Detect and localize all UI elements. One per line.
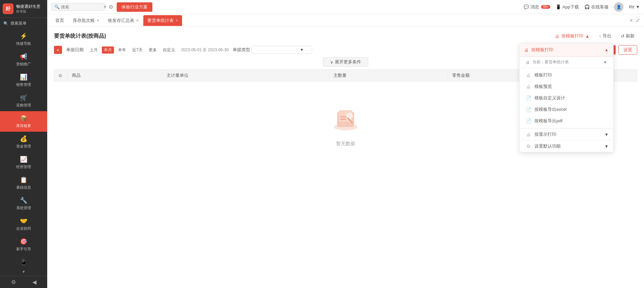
sidebar-item-basic-info[interactable]: 📋 基础信息: [0, 173, 47, 193]
dropdown-item-export-pdf[interactable]: 📄 按模板导出pdf: [520, 115, 613, 127]
message-btn[interactable]: 💬 消息 99+: [524, 4, 550, 10]
template-print-label: 模板打印: [534, 72, 552, 78]
filter-order-type-label: 单据类型: [233, 47, 250, 53]
dropdown-header-icon: 🖨: [524, 47, 529, 53]
message-icon: 💬: [524, 4, 529, 9]
user-dropdown-icon: ▼: [636, 4, 640, 9]
sidebar-item-purchase[interactable]: 🛒 采购管理: [0, 91, 47, 111]
template-print-icon: 🖨: [526, 72, 531, 78]
tab-inventory-batch[interactable]: 库存批次账 ×: [69, 15, 103, 26]
system-label: 系统管理: [16, 205, 31, 211]
dropdown-header[interactable]: 🖨 按模板打印 ▲: [520, 43, 613, 57]
dropdown-group-display-print[interactable]: 🖨 按显示打印 ▼: [520, 128, 613, 140]
message-badge: 99+: [541, 5, 550, 9]
app-download-btn[interactable]: 📱 App下载: [556, 4, 579, 10]
enterprise-icon: 🤝: [20, 217, 27, 225]
filter-date-this-month[interactable]: 本月: [102, 46, 114, 54]
filter-date-custom[interactable]: 自定义: [161, 46, 177, 54]
sidebar-item-quick-nav[interactable]: ⚡ 快捷导航: [0, 29, 47, 50]
dropdown-item-template-custom[interactable]: 📄 模板自定义设计: [520, 92, 613, 104]
tab-receipt-summary-label: 收发存汇总表: [108, 18, 134, 24]
filter-date-7days[interactable]: 近7天: [130, 46, 145, 54]
tab-inventory-batch-close[interactable]: ×: [97, 18, 99, 23]
tab-maximize-icon[interactable]: ⤢: [636, 17, 640, 24]
refresh-btn[interactable]: ↺ 刷新: [618, 32, 637, 40]
topbar-search-dropdown-icon[interactable]: ▼: [103, 4, 107, 9]
tab-receipt-summary-close[interactable]: ×: [136, 18, 139, 23]
current-template-left: 🖨 当前：要货单统计表: [526, 59, 569, 65]
display-print-icon: 🖨: [526, 132, 531, 137]
expand-more-btn[interactable]: ∨ 展开更多条件: [323, 57, 368, 67]
sidebar-item-guide[interactable]: 🎯 新手引导: [0, 234, 47, 255]
export-excel-label: 按模板导出excel: [534, 106, 566, 113]
display-print-label: 按显示打印: [534, 131, 556, 137]
tab-inventory-batch-label: 库存批次账: [73, 18, 95, 24]
topbar-right: 💬 消息 99+ 📱 App下载 🎧 在线客服 👤 Rit ▼: [524, 2, 640, 12]
export-icon: ↑: [599, 34, 602, 39]
tab-window-close-icon[interactable]: ×: [630, 18, 633, 24]
finance-label: 资金管理: [16, 144, 31, 149]
filter-date-this-year[interactable]: 本年: [116, 46, 128, 54]
current-template-chevron: ▼: [603, 60, 607, 65]
print-template-chevron-up: ▲: [585, 34, 590, 39]
online-service-label: 在线客服: [591, 4, 609, 10]
avatar[interactable]: 👤: [614, 2, 623, 12]
filter-date-last-month[interactable]: 上月: [88, 46, 100, 54]
dropdown-item-template-preview[interactable]: 🖨 模板预览: [520, 81, 613, 92]
user-name-text: Rit: [629, 4, 634, 9]
app-logo: 好 畅捷通好生意 标准版: [0, 0, 47, 18]
enterprise-label: 企业协同: [16, 226, 31, 231]
table-column-settings-icon[interactable]: ⚙: [58, 73, 62, 78]
topbar-search-input[interactable]: [61, 5, 101, 9]
filter-order-type-select[interactable]: ▼: [252, 46, 312, 54]
col-quantity: 主数量: [329, 70, 448, 82]
app-center-label: 应用中心: [16, 267, 31, 268]
dropdown-item-template-print[interactable]: 🖨 模板打印: [520, 69, 613, 81]
tab-order-stats-close[interactable]: ×: [176, 18, 178, 23]
sidebar-search-label: 搜索菜单: [10, 21, 27, 26]
settings-btn[interactable]: 设置: [618, 45, 637, 55]
template-preview-icon: 🖨: [526, 84, 531, 89]
topbar: 🔍 ▼ ⚙ 体验行业方案 💬 消息 99+ 📱 App下载 🎧 在线客服 👤: [47, 0, 644, 14]
settings-icon[interactable]: ⚙: [11, 279, 16, 285]
sidebar-item-marketing[interactable]: 📢 营销推广: [0, 50, 47, 70]
tab-home[interactable]: 首页: [51, 15, 68, 26]
sidebar-collapse-icon[interactable]: ◀: [32, 279, 36, 285]
online-service-btn[interactable]: 🎧 在线客服: [584, 4, 609, 10]
tab-order-stats[interactable]: 要货单统计表 ×: [143, 15, 182, 26]
topbar-search-box[interactable]: 🔍 ▼: [51, 3, 105, 11]
current-template[interactable]: 🖨 当前：要货单统计表 ▼: [520, 57, 613, 68]
topbar-gear-icon[interactable]: ⚙: [109, 4, 113, 10]
sidebar-item-app-center[interactable]: 📱 应用中心: [0, 255, 47, 268]
page-title: 要货单统计表(按商品): [54, 33, 106, 40]
sidebar-item-finance[interactable]: 💰 资金管理: [0, 132, 47, 152]
user-name[interactable]: Rit ▼: [629, 4, 640, 9]
sidebar-item-system[interactable]: 🔧 系统管理: [0, 193, 47, 214]
operations-icon: 📈: [20, 156, 27, 163]
empty-text: 暂无数据: [336, 141, 355, 147]
sidebar-nav: ⚡ 快捷导航 📢 营销推广 📊 销售管理 🛒 采购管理 📦 库存核算 💰 资金管…: [0, 29, 47, 268]
inventory-label: 库存核算: [16, 123, 31, 128]
set-default-label: 设置默认功能: [534, 143, 561, 149]
industry-btn[interactable]: 体验行业方案: [117, 2, 152, 12]
sidebar-scroll-down[interactable]: ▼: [0, 268, 47, 276]
sidebar-search[interactable]: 🔍 搜索菜单: [0, 18, 47, 29]
sales-label: 销售管理: [16, 82, 31, 87]
tab-receipt-summary[interactable]: 收发存汇总表 ×: [104, 15, 143, 26]
tab-order-stats-label: 要货单统计表: [147, 18, 174, 24]
marketing-label: 营销推广: [16, 62, 31, 67]
sidebar-item-enterprise[interactable]: 🤝 企业协同: [0, 214, 47, 234]
sidebar-item-inventory[interactable]: 📦 库存核算: [0, 111, 47, 132]
sidebar-item-sales[interactable]: 📊 销售管理: [0, 70, 47, 91]
filter-date-more[interactable]: 更多: [147, 46, 159, 54]
dropdown-item-export-excel[interactable]: 📄 按模板导出excel: [520, 104, 613, 115]
sidebar-item-operations[interactable]: 📈 经营管理: [0, 152, 47, 173]
dropdown-group-set-default[interactable]: ⚙ 设置默认功能 ▼: [520, 140, 613, 152]
filter-toggle-btn[interactable]: «: [54, 46, 62, 54]
tabs-bar: 首页 库存批次账 × 收发存汇总表 × 要货单统计表 × × ⤢: [47, 14, 644, 27]
print-template-btn[interactable]: 🖨 按模板打印 ▲: [552, 32, 592, 40]
export-btn[interactable]: ↑ 导出: [596, 32, 614, 40]
dropdown-submenu: 🖨 模板打印 🖨 模板预览 📄 模板自定义设计 📄 按模板导出excel 📄: [520, 68, 613, 128]
expand-label: 展开更多条件: [335, 59, 361, 65]
sidebar-footer: ⚙ ◀: [0, 276, 47, 288]
